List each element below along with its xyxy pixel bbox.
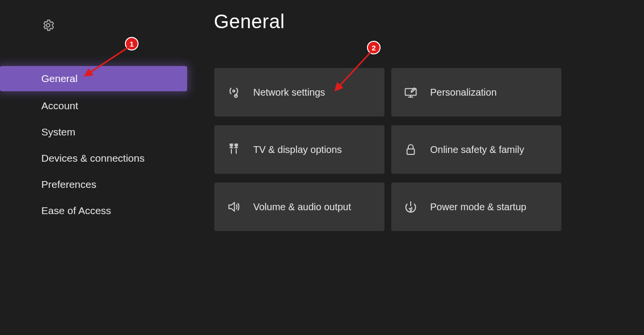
lock-icon	[391, 142, 430, 157]
tv-display-icon	[214, 142, 253, 157]
tile-label: TV & display options	[253, 144, 342, 155]
tile-volume-audio[interactable]: Volume & audio output	[214, 183, 384, 231]
svg-point-0	[47, 24, 50, 27]
tile-grid: Network settings Personalization TV & di…	[214, 68, 561, 231]
tile-personalization[interactable]: Personalization	[391, 68, 561, 117]
sidebar-item-devices[interactable]: Devices & connections	[0, 146, 187, 171]
volume-icon	[214, 200, 253, 214]
annotation-badge-2: 2	[367, 41, 381, 54]
sidebar-item-ease-of-access[interactable]: Ease of Access	[0, 198, 187, 223]
svg-point-1	[233, 90, 235, 92]
sidebar-item-system[interactable]: System	[0, 119, 187, 145]
tile-power-mode[interactable]: Power mode & startup	[391, 183, 561, 231]
power-icon	[391, 200, 430, 214]
sidebar-item-preferences[interactable]: Preferences	[0, 172, 187, 197]
tile-label: Personalization	[430, 87, 497, 98]
annotation-badge-1: 1	[125, 37, 139, 50]
tile-label: Online safety & family	[430, 144, 524, 155]
sidebar-nav: General Account System Devices & connect…	[0, 66, 187, 224]
tile-label: Network settings	[253, 87, 325, 98]
sidebar-item-general[interactable]: General	[0, 66, 187, 91]
sidebar-item-label: Devices & connections	[41, 152, 144, 164]
tile-label: Volume & audio output	[253, 201, 351, 213]
sidebar: General Account System Devices & connect…	[0, 0, 187, 335]
tile-network-settings[interactable]: Network settings	[214, 68, 384, 117]
sidebar-item-label: General	[41, 73, 78, 84]
sidebar-item-label: Account	[41, 100, 78, 112]
sidebar-item-label: System	[41, 126, 75, 138]
sidebar-item-label: Preferences	[41, 179, 96, 190]
tile-label: Power mode & startup	[430, 201, 526, 213]
gear-icon	[41, 18, 55, 32]
sidebar-item-label: Ease of Access	[41, 205, 111, 217]
tile-online-safety[interactable]: Online safety & family	[391, 125, 561, 174]
tile-tv-display[interactable]: TV & display options	[214, 125, 384, 174]
sidebar-item-account[interactable]: Account	[0, 93, 187, 118]
svg-rect-6	[407, 149, 415, 154]
network-icon	[214, 85, 253, 100]
personalization-icon	[391, 85, 430, 100]
page-title: General	[214, 11, 285, 33]
